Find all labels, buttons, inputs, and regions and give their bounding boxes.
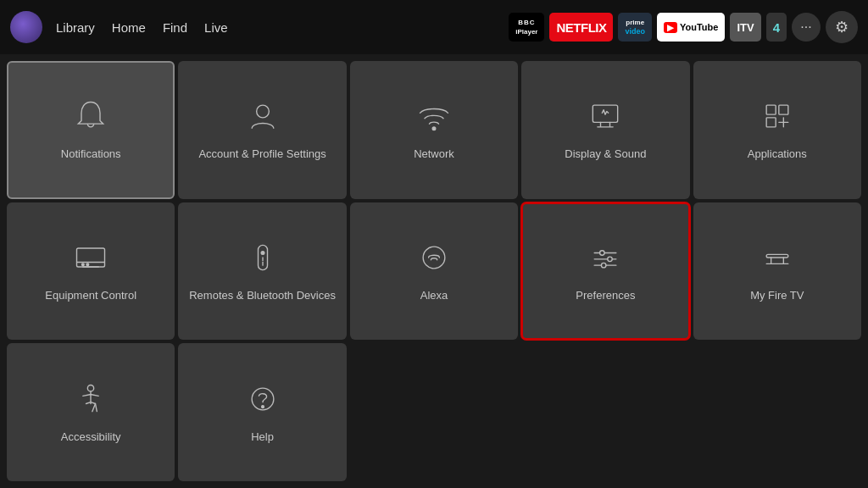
remote-icon: [244, 239, 281, 280]
tile-accessibility-label: Accessibility: [61, 430, 121, 445]
nav-links: Library Home Find Live: [56, 20, 228, 35]
svg-point-21: [602, 263, 607, 268]
tile-equipment-control[interactable]: Equipment Control: [7, 202, 175, 341]
svg-point-19: [600, 251, 605, 256]
nav-find[interactable]: Find: [163, 20, 187, 35]
svg-point-24: [88, 385, 94, 391]
tile-help-label: Help: [251, 430, 274, 445]
svg-rect-22: [766, 254, 788, 258]
itv-badge[interactable]: ITV: [730, 13, 760, 42]
svg-rect-5: [779, 106, 788, 115]
person-icon: [244, 97, 281, 139]
svg-point-0: [256, 106, 269, 119]
help-icon: [244, 380, 281, 422]
svg-point-9: [82, 263, 85, 266]
tile-notifications[interactable]: Notifications: [7, 61, 175, 199]
tile-remotes-label: Remotes & Bluetooth Devices: [189, 289, 336, 303]
channel4-badge[interactable]: 4: [766, 13, 787, 42]
svg-point-12: [261, 252, 264, 255]
sliders-icon: [587, 239, 624, 280]
tile-network[interactable]: Network: [350, 61, 518, 199]
bell-icon: [72, 97, 109, 139]
tile-notifications-label: Notifications: [61, 147, 121, 162]
nav-apps: BBC iPlayer NETFLIX prime video ▶ YouTub…: [509, 11, 858, 43]
svg-rect-4: [766, 118, 776, 127]
tile-equipment-label: Equipment Control: [45, 289, 136, 303]
tile-preferences-label: Preferences: [576, 289, 635, 303]
tile-preferences[interactable]: Preferences: [521, 202, 689, 341]
tile-help[interactable]: Help: [178, 343, 346, 481]
svg-point-10: [86, 263, 89, 266]
tile-alexa-label: Alexa: [420, 289, 448, 303]
settings-button[interactable]: ⚙: [826, 11, 858, 43]
tile-account-label: Account & Profile Settings: [198, 147, 326, 162]
apps-icon: [759, 97, 796, 139]
prime-video-badge[interactable]: prime video: [618, 13, 652, 42]
tile-my-fire-tv-label: My Fire TV: [750, 289, 804, 303]
youtube-badge[interactable]: ▶ YouTube: [657, 13, 725, 42]
settings-grid: Notifications Account & Profile Settings…: [0, 54, 868, 488]
svg-point-20: [608, 257, 613, 262]
nav-live[interactable]: Live: [204, 20, 228, 35]
netflix-badge[interactable]: NETFLIX: [549, 13, 613, 42]
firetv-icon: [759, 239, 796, 280]
tile-display-sound[interactable]: Display & Sound: [521, 61, 689, 199]
tile-network-label: Network: [414, 147, 454, 162]
tile-applications-label: Applications: [748, 147, 807, 162]
nav-home[interactable]: Home: [112, 20, 146, 35]
nav-library[interactable]: Library: [56, 20, 95, 35]
bbc-iplayer-badge[interactable]: BBC iPlayer: [509, 13, 544, 42]
tile-my-fire-tv[interactable]: My Fire TV: [693, 202, 861, 341]
alexa-icon: [415, 239, 453, 280]
avatar[interactable]: [10, 11, 42, 43]
tile-display-label: Display & Sound: [565, 147, 646, 162]
accessibility-icon: [72, 380, 109, 422]
tv-icon: [72, 239, 109, 280]
svg-rect-3: [766, 106, 776, 115]
wifi-icon: [415, 97, 453, 139]
tile-accessibility[interactable]: Accessibility: [7, 343, 175, 481]
display-icon: [587, 97, 624, 139]
tile-applications[interactable]: Applications: [693, 61, 861, 199]
top-nav: Library Home Find Live BBC iPlayer NETFL…: [0, 0, 868, 54]
svg-point-1: [432, 127, 436, 130]
tile-account-profile[interactable]: Account & Profile Settings: [178, 61, 346, 199]
more-button[interactable]: ···: [792, 13, 821, 42]
tile-alexa[interactable]: Alexa: [350, 202, 518, 341]
tile-remotes-bluetooth[interactable]: Remotes & Bluetooth Devices: [178, 202, 346, 341]
svg-rect-6: [77, 248, 105, 267]
svg-point-27: [261, 406, 264, 408]
